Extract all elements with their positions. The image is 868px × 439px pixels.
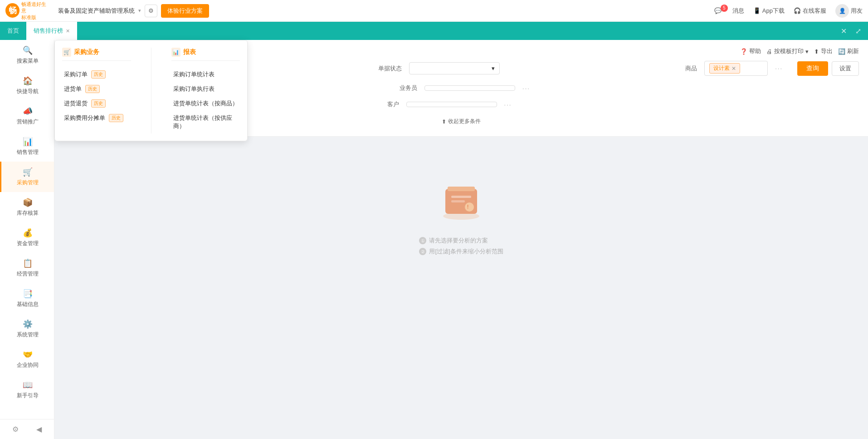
sidebar-item-finance[interactable]: 💰 资金管理 [0,222,54,253]
expand-button[interactable]: ⤢ [852,25,864,37]
refresh-icon: 🔄 [838,48,845,55]
settings-gear-button[interactable]: ⚙ [145,5,157,17]
goods-label: 商品 [685,64,697,73]
headset-icon: 🎧 [794,7,801,14]
salesperson-more-button[interactable]: ··· [522,85,530,92]
sidebar-item-search[interactable]: 🔍 搜索菜单 [0,40,54,70]
phone-icon: 📱 [753,7,761,14]
logo-text: 畅通道好生意 标准版 [21,1,51,20]
history-badge-3: 历史 [109,114,123,122]
status-select[interactable]: ▾ [409,62,500,74]
print-dropdown-icon[interactable]: ▾ [805,48,809,55]
svg-text:!: ! [467,204,468,210]
dropdown-item-report-inbound-goods[interactable]: 进货单统计表（按商品） [171,96,240,111]
sidebar: 🔍 搜索菜单 🏠 快捷导航 📣 营销推广 📊 销售管理 🛒 采购管理 📦 库存核… [0,40,54,439]
purchase-section-title: 🛒 采购业务 [62,48,131,61]
search-icon: 🔍 [23,45,33,55]
settings-button[interactable]: 设置 [832,61,859,76]
goods-tag-close[interactable]: ✕ [731,65,736,72]
print-button[interactable]: 🖨 按模板打印 ▾ [766,47,809,55]
customer-more-button[interactable]: ··· [504,101,512,108]
sidebar-item-purchase[interactable]: 🛒 采购管理 [0,162,54,192]
finance-icon: 💰 [23,228,33,238]
dropdown-arrow-icon[interactable]: ▾ [138,8,141,14]
tab-close-icon[interactable]: ✕ [66,28,70,34]
customer-label: 客户 [387,100,399,109]
goods-more-button[interactable]: ··· [775,65,783,72]
basic-info-icon: 📑 [23,289,33,299]
purchase-icon: 🛒 [23,167,33,177]
report-section-icon: 📊 [171,48,180,57]
salesperson-label: 业务员 [400,84,417,92]
dropdown-item-report-order-exec[interactable]: 采购订单执行表 [171,82,240,96]
tab-sales-rank[interactable]: 销售排行榜 ✕ [26,22,77,40]
sidebar-item-quick-nav[interactable]: 🏠 快捷导航 [0,70,54,101]
message-button[interactable]: 💬 5 消息 [714,7,744,15]
marketing-icon: 📣 [23,106,33,116]
svg-rect-2 [448,187,475,191]
select-arrow-icon: ▾ [492,65,495,72]
logo: 畅 畅通道好生意 标准版 [5,1,51,20]
sidebar-item-sales[interactable]: 📊 销售管理 [0,131,54,162]
refresh-button[interactable]: 🔄 刷新 [838,47,859,55]
history-badge-1: 历史 [85,85,100,93]
sidebar-item-basic-info[interactable]: 📑 基础信息 [0,283,54,314]
online-service-button[interactable]: 🎧 在线客服 [794,7,826,15]
logo-icon: 畅 [5,3,20,18]
empty-state: ! ① 请先选择要分析的方案 ② 用[过滤]条件来缩小分析范围 [54,137,868,295]
history-badge-0: 历史 [91,70,106,79]
step1-num: ① [419,237,426,244]
print-icon: 🖨 [766,48,772,55]
salesperson-select[interactable] [424,85,515,91]
dropdown-item-expense[interactable]: 采购费用分摊单 历史 [62,111,131,125]
empty-hints: ① 请先选择要分析的方案 ② 用[过滤]条件来缩小分析范围 [419,237,503,258]
industry-solution-button[interactable]: 体验行业方案 [161,4,209,18]
inventory-icon: 📦 [23,197,33,207]
empty-hint2: 用[过滤]条件来缩小分析范围 [429,247,503,256]
sidebar-item-system[interactable]: ⚙️ 系统管理 [0,314,54,344]
sidebar-item-operations[interactable]: 📋 经营管理 [0,253,54,283]
operations-icon: 📋 [23,258,33,268]
dropdown-item-report-order-stats[interactable]: 采购订单统计表 [171,67,240,82]
app-download-button[interactable]: 📱 App下载 [753,7,785,15]
history-badge-2: 历史 [91,99,106,108]
system-icon: ⚙️ [23,319,33,329]
tabbar-actions: ✕ ⤢ [837,25,868,37]
user-button[interactable]: 👤 用友 [835,4,863,18]
svg-rect-3 [451,196,471,198]
step2-num: ② [419,248,426,255]
purchase-section-icon: 🛒 [62,48,71,57]
toolbar-right: ❓ 帮助 🖨 按模板打印 ▾ ⬆ 导出 🔄 刷新 [740,47,859,55]
export-button[interactable]: ⬆ 导出 [814,47,833,55]
report-section-title: 📊 报表 [171,48,240,61]
tab-home[interactable]: 首页 [0,22,26,40]
dropdown-item-return[interactable]: 进货退货 历史 [62,96,131,111]
dropdown-purchase-section: 🛒 采购业务 采购订单 历史 进货单 历史 进货退货 历史 采购费用分摊单 历史 [62,48,131,133]
help-icon: ❓ [740,48,747,55]
goods-tag: 设计素 ✕ [709,63,740,74]
sidebar-item-marketing[interactable]: 📣 营销推广 [0,101,54,131]
section-divider [151,48,151,133]
empty-hint1: 请先选择要分析的方案 [429,237,488,245]
customer-select[interactable] [406,102,497,107]
dropdown-item-report-inbound-supplier[interactable]: 进货单统计表（按供应商） [171,111,240,133]
bottom-settings-button[interactable]: ⚙ [12,425,19,434]
sidebar-item-guide[interactable]: 📖 新手引导 [0,375,54,405]
goods-filter[interactable]: 设计素 ✕ [704,61,768,76]
help-button[interactable]: ❓ 帮助 [740,47,761,55]
avatar: 👤 [835,4,849,18]
topbar-right: 💬 5 消息 📱 App下载 🎧 在线客服 👤 用友 [714,4,863,18]
sidebar-bottom: ⚙ ◀ [0,419,54,439]
sidebar-item-enterprise[interactable]: 🤝 企业协同 [0,344,54,375]
close-tab-button[interactable]: ✕ [837,25,850,37]
dropdown-item-purchase-order[interactable]: 采购订单 历史 [62,67,131,82]
purchase-dropdown-menu: 🛒 采购业务 采购订单 历史 进货单 历史 进货退货 历史 采购费用分摊单 历史… [54,40,248,141]
query-button[interactable]: 查询 [797,61,828,76]
guide-icon: 📖 [23,380,33,390]
sidebar-item-inventory[interactable]: 📦 库存核算 [0,192,54,222]
dropdown-item-inbound[interactable]: 进货单 历史 [62,82,131,96]
bottom-collapse-button[interactable]: ◀ [36,425,42,434]
system-name: 装备及固定资产辅助管理系统 [58,7,135,15]
svg-point-5 [465,202,474,212]
svg-rect-4 [451,200,465,202]
